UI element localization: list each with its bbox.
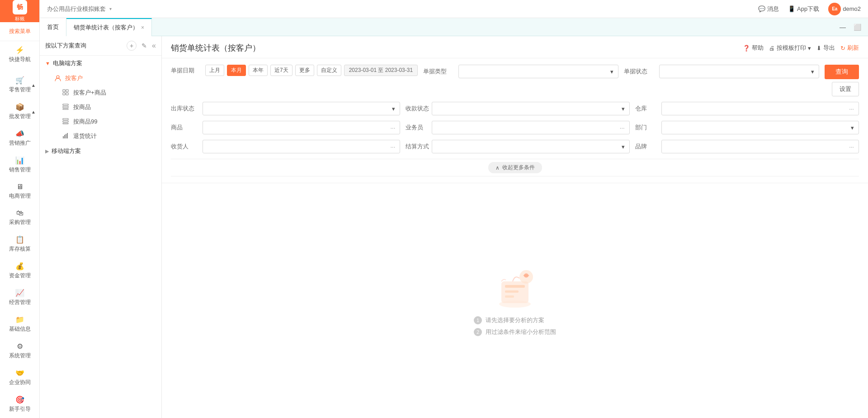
desktop-scheme-group: ▼ 电脑端方案 按客户 按客户+商品 bbox=[40, 56, 161, 143]
payment-select[interactable]: ▾ bbox=[432, 102, 629, 115]
header-dropdown-icon[interactable]: ▾ bbox=[109, 6, 112, 11]
sidebar-item-finance[interactable]: 💰 资金管理 bbox=[0, 257, 39, 284]
receiver-select[interactable]: ··· bbox=[203, 140, 400, 153]
payment-label: 收款状态 bbox=[400, 104, 432, 113]
date-btn-custom[interactable]: 自定义 bbox=[317, 65, 341, 76]
goods99-icon bbox=[62, 118, 70, 125]
svg-rect-19 bbox=[505, 295, 514, 298]
help-icon: ❓ bbox=[743, 45, 750, 52]
mobile-group-header[interactable]: ▶ 移动端方案 bbox=[40, 143, 161, 159]
sidebar-item-purchase[interactable]: 🛍 采购管理 bbox=[0, 204, 39, 231]
print-dropdown-icon: ▾ bbox=[808, 45, 811, 52]
operations-icon: 📈 bbox=[15, 289, 24, 297]
basic-info-icon: 📁 bbox=[15, 315, 24, 324]
tab-home[interactable]: 首页 bbox=[40, 18, 66, 36]
order-status-label: 单据状态 bbox=[624, 67, 656, 76]
refresh-button[interactable]: ↻ 刷新 bbox=[840, 44, 859, 52]
return-stats-icon bbox=[62, 133, 70, 140]
warehouse-label: 仓库 bbox=[630, 104, 661, 113]
receiver-dots: ··· bbox=[390, 143, 395, 150]
sidebar-item-newbie[interactable]: 🎯 新手引导 bbox=[0, 391, 39, 418]
user-profile[interactable]: Ea demo2 bbox=[828, 3, 861, 15]
sidebar: 畅 标账 搜索菜单 ⚡ 快捷导航 🛒 零售管理 ▲ 📦 批发管理 ▲ 📣 营销推… bbox=[0, 0, 40, 418]
scheme-item-by-customer[interactable]: 按客户 bbox=[40, 71, 161, 86]
customer-goods-icon bbox=[62, 89, 70, 96]
message-button[interactable]: 💬 消息 bbox=[758, 5, 779, 13]
sidebar-item-system[interactable]: ⚙ 系统管理 bbox=[0, 337, 39, 364]
sidebar-item-operations[interactable]: 📈 经营管理 bbox=[0, 284, 39, 311]
desktop-expand-icon: ▼ bbox=[45, 61, 50, 66]
scheme-add-button[interactable]: + bbox=[127, 41, 137, 51]
department-select[interactable]: ▾ bbox=[661, 121, 859, 134]
sidebar-search-item[interactable]: 搜索菜单 bbox=[0, 22, 39, 41]
svg-rect-9 bbox=[63, 121, 68, 122]
delivery-select[interactable]: ▾ bbox=[203, 102, 400, 115]
sidebar-item-retail[interactable]: 🛒 零售管理 ▲ bbox=[0, 71, 39, 98]
desktop-group-header[interactable]: ▼ 电脑端方案 bbox=[40, 56, 161, 71]
template-print-button[interactable]: 🖨 按模板打印 ▾ bbox=[769, 44, 811, 52]
message-icon: 💬 bbox=[758, 5, 765, 12]
scheme-item-goods99[interactable]: 按商品99 bbox=[40, 114, 161, 129]
salesperson-select[interactable]: ··· bbox=[432, 121, 629, 134]
goods-dots: ··· bbox=[390, 124, 395, 131]
ecommerce-icon: 🖥 bbox=[16, 183, 24, 191]
sidebar-item-basic-info[interactable]: 📁 基础信息 bbox=[0, 311, 39, 337]
cooperation-icon: 🤝 bbox=[15, 369, 24, 377]
svg-rect-13 bbox=[66, 134, 66, 138]
sidebar-item-cooperation[interactable]: 🤝 企业协同 bbox=[0, 364, 39, 391]
retail-arrow-icon: ▲ bbox=[31, 82, 36, 87]
settlement-chevron-icon: ▾ bbox=[622, 143, 625, 150]
scheme-panel: 按以下方案查询 + ✎ « ▼ 电脑端方案 bbox=[40, 36, 162, 418]
salesperson-dots: ··· bbox=[620, 124, 625, 131]
help-button[interactable]: ❓ 帮助 bbox=[743, 44, 764, 52]
brand-select[interactable]: ··· bbox=[661, 140, 859, 153]
scheme-item-return-stats[interactable]: 退货统计 bbox=[40, 129, 161, 143]
order-status-select[interactable]: ▾ bbox=[659, 65, 819, 78]
sidebar-item-sales[interactable]: 📊 销售管理 bbox=[0, 152, 39, 178]
svg-rect-3 bbox=[63, 93, 65, 95]
scheme-panel-actions: + ✎ « bbox=[127, 41, 156, 51]
logo-subtitle: 标账 bbox=[15, 15, 25, 22]
page-title-bar: 销货单统计表（按客户） ❓ 帮助 🖨 按模板打印 ▾ ⬇ 导出 bbox=[162, 36, 868, 58]
order-type-select[interactable]: ▾ bbox=[458, 65, 618, 78]
sidebar-item-wholesale[interactable]: 📦 批发管理 ▲ bbox=[0, 98, 39, 125]
scheme-edit-button[interactable]: ✎ bbox=[139, 41, 149, 51]
date-btn-this-year[interactable]: 本年 bbox=[249, 65, 268, 76]
collapse-row: ∧ 收起更多条件 bbox=[171, 159, 859, 176]
tab-close-icon[interactable]: × bbox=[141, 24, 144, 31]
scheme-item-customer-goods[interactable]: 按客户+商品 bbox=[40, 86, 161, 100]
export-button[interactable]: ⬇ 导出 bbox=[816, 44, 835, 52]
search-menu-link[interactable]: 搜索菜单 bbox=[9, 28, 31, 34]
goods-select[interactable]: ··· bbox=[203, 121, 400, 134]
maximize-icon: ⬜ bbox=[854, 24, 861, 31]
date-btn-last-month[interactable]: 上月 bbox=[205, 65, 224, 76]
svg-point-21 bbox=[524, 273, 528, 278]
receiver-label: 收货人 bbox=[171, 142, 203, 151]
refresh-icon: ↻ bbox=[840, 45, 845, 52]
query-button[interactable]: 查询 bbox=[825, 65, 859, 79]
sidebar-item-marketing[interactable]: 📣 营销推广 bbox=[0, 125, 39, 152]
date-btn-this-month[interactable]: 本月 bbox=[227, 65, 246, 76]
settings-button[interactable]: 设置 bbox=[832, 82, 859, 96]
empty-illustration bbox=[488, 266, 542, 311]
wholesale-icon: 📦 bbox=[15, 103, 24, 111]
sidebar-item-inventory[interactable]: 📋 库存核算 bbox=[0, 231, 39, 257]
warehouse-select[interactable]: ··· bbox=[661, 102, 859, 115]
settlement-select[interactable]: ▾ bbox=[432, 140, 629, 153]
svg-rect-14 bbox=[67, 133, 68, 138]
tab-maximize-button[interactable]: ⬜ bbox=[852, 22, 863, 33]
tab-minimize-button[interactable]: — bbox=[837, 22, 848, 33]
date-btn-more[interactable]: 更多 bbox=[295, 65, 314, 76]
sales-icon: 📊 bbox=[15, 156, 24, 165]
scheme-item-by-goods[interactable]: 按商品 bbox=[40, 100, 161, 114]
date-btn-7days[interactable]: 近7天 bbox=[270, 65, 292, 76]
collapse-button[interactable]: ∧ 收起更多条件 bbox=[488, 162, 542, 173]
sidebar-item-ecommerce[interactable]: 🖥 电商管理 bbox=[0, 178, 39, 204]
sidebar-item-quick-nav[interactable]: ⚡ 快捷导航 bbox=[0, 41, 39, 68]
app-download-button[interactable]: 📱 App下载 bbox=[788, 5, 819, 13]
inventory-icon: 📋 bbox=[15, 235, 24, 244]
tab-sales-statistics[interactable]: 销货单统计表（按客户） × bbox=[66, 18, 152, 36]
svg-rect-10 bbox=[63, 123, 68, 124]
scheme-collapse-button[interactable]: « bbox=[152, 42, 156, 50]
scheme-item-label-customer: 按客户 bbox=[65, 74, 83, 82]
